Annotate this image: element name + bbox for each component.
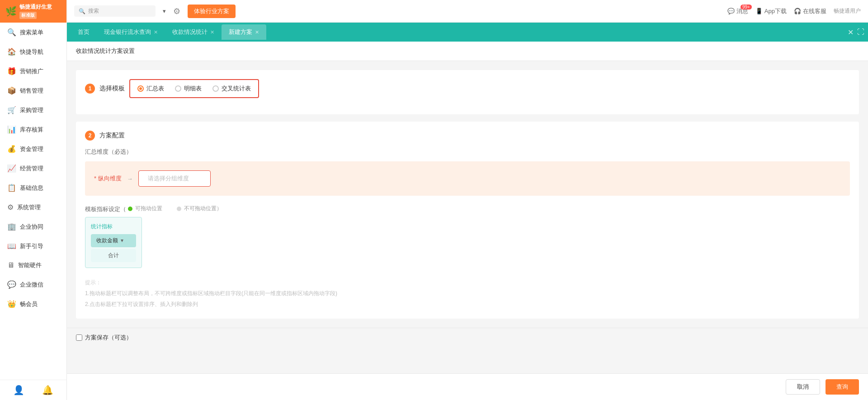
metrics-label-row: 模板指标设定（ 可拖动位置 不可拖动位置） bbox=[85, 205, 850, 213]
quick-nav-icon: 🏠 bbox=[7, 47, 16, 56]
dimension-placeholder[interactable]: 请选择分组维度 bbox=[138, 170, 211, 187]
sidebar-item-sales[interactable]: 📦 销售管理 bbox=[0, 81, 66, 100]
tip-item-2: 2.点击标题栏下拉可设置排序、插入列和删除列 bbox=[85, 299, 850, 310]
template-summary-label: 汇总表 bbox=[146, 85, 164, 93]
sidebar-item-quick-nav[interactable]: 🏠 快捷导航 bbox=[0, 42, 66, 61]
tab-home[interactable]: 首页 bbox=[71, 24, 97, 40]
footer-actions: 取消 查询 bbox=[67, 373, 868, 400]
main-area: 🔍 搜索 ▾ ⚙ 体验行业方案 💬 消息 99+ 📱 App下载 🎧 在线客服 … bbox=[67, 0, 868, 400]
sidebar-item-search-menu[interactable]: 🔍 搜索菜单 bbox=[0, 23, 66, 42]
metrics-block: 模板指标设定（ 可拖动位置 不可拖动位置） 统计指标 bbox=[85, 205, 850, 268]
sidebar-label: 经营管理 bbox=[20, 165, 43, 173]
sidebar-bottom-icon-left[interactable]: 👤 bbox=[13, 385, 24, 395]
metric-item-collection[interactable]: 收款金额 ▾ bbox=[91, 234, 136, 247]
dimension-area: * 纵向维度 → 请选择分组维度 bbox=[85, 161, 850, 196]
support-label: 在线客服 bbox=[803, 7, 826, 15]
dimension-arrow: → bbox=[127, 175, 133, 182]
sidebar-item-purchase[interactable]: 🛒 采购管理 bbox=[0, 100, 66, 120]
template-cross[interactable]: 交叉统计表 bbox=[212, 85, 251, 93]
expand-icon[interactable]: ⛶ bbox=[857, 28, 864, 37]
tabbar: 首页 现金银行流水查询 ✕ 收款情况统计 ✕ 新建方案 ✕ ✕ ⛶ bbox=[67, 23, 868, 42]
wechat-icon: 💬 bbox=[7, 280, 16, 289]
metrics-section-label: 模板指标设定（ 可拖动位置 不可拖动位置） bbox=[85, 205, 222, 213]
radio-cross[interactable] bbox=[212, 85, 219, 92]
step2-header: 2 方案配置 bbox=[85, 131, 850, 141]
close-all-icon[interactable]: ✕ bbox=[848, 28, 854, 37]
tab-collection-stats[interactable]: 收款情况统计 ✕ bbox=[165, 24, 222, 40]
download-item[interactable]: 📱 App下载 bbox=[755, 7, 787, 15]
logo-text: 畅捷通好生意 bbox=[19, 4, 52, 11]
step1-number: 1 bbox=[85, 84, 95, 94]
query-button[interactable]: 查询 bbox=[826, 379, 859, 395]
search-placeholder: 搜索 bbox=[88, 7, 99, 15]
member-icon: 👑 bbox=[7, 300, 16, 308]
metrics-container: 统计指标 收款金额 ▾ 合计 bbox=[85, 217, 142, 268]
radio-summary[interactable] bbox=[137, 85, 144, 92]
version-badge: 标准版 bbox=[19, 12, 37, 19]
metric-label: 收款金额 bbox=[96, 237, 118, 245]
chevron-down-icon: ▾ bbox=[163, 8, 166, 14]
download-label: App下载 bbox=[764, 7, 787, 15]
tab-new-plan-close[interactable]: ✕ bbox=[255, 29, 259, 35]
template-detail-label: 明细表 bbox=[184, 85, 202, 93]
dropdown-arrow-icon[interactable]: ▾ bbox=[121, 237, 123, 244]
template-options: 汇总表 明细表 交叉统计表 bbox=[129, 79, 259, 98]
sidebar-label: 搜索菜单 bbox=[20, 28, 43, 37]
tabbar-actions: ✕ ⛶ bbox=[848, 28, 864, 37]
tab-collection-stats-close[interactable]: ✕ bbox=[210, 29, 214, 35]
tab-bank-flow-label: 现金银行流水查询 bbox=[104, 28, 151, 36]
basic-icon: 📋 bbox=[7, 184, 16, 192]
sidebar-label: 销售管理 bbox=[20, 87, 43, 95]
user-info: 畅捷通用户 bbox=[834, 7, 861, 15]
topbar-dropdown[interactable]: ▾ bbox=[163, 8, 166, 14]
sidebar-bottom-icon-right[interactable]: 🔔 bbox=[42, 385, 53, 395]
search-menu-icon: 🔍 bbox=[7, 28, 16, 37]
sidebar-label: 智能硬件 bbox=[18, 261, 42, 269]
sidebar-item-wechat[interactable]: 💬 企业微信 bbox=[0, 275, 66, 294]
sidebar-item-basic[interactable]: 📋 基础信息 bbox=[0, 178, 66, 198]
notification-item[interactable]: 💬 消息 99+ bbox=[727, 7, 748, 15]
page-header: 收款情况统计方案设置 bbox=[67, 42, 868, 61]
download-icon: 📱 bbox=[755, 8, 763, 14]
notification-icon: 💬 bbox=[727, 8, 735, 14]
sidebar-label: 畅会员 bbox=[20, 300, 38, 308]
template-detail[interactable]: 明细表 bbox=[175, 85, 202, 93]
fixed-label: 不可拖动位置） bbox=[184, 205, 222, 212]
save-checkbox[interactable] bbox=[76, 334, 82, 341]
tab-bank-flow-close[interactable]: ✕ bbox=[154, 29, 158, 35]
finance-icon: 💰 bbox=[7, 145, 16, 153]
sidebar-item-member[interactable]: 👑 畅会员 bbox=[0, 294, 66, 314]
template-cross-label: 交叉统计表 bbox=[222, 85, 251, 93]
tab-new-plan[interactable]: 新建方案 ✕ bbox=[222, 24, 266, 40]
radio-detail[interactable] bbox=[175, 85, 181, 92]
settings-icon[interactable]: ⚙ bbox=[173, 6, 180, 16]
save-option-label[interactable]: 方案保存（可选） bbox=[76, 334, 132, 342]
tab-new-plan-label: 新建方案 bbox=[229, 28, 252, 36]
sidebar-label: 系统管理 bbox=[17, 203, 41, 212]
sidebar-item-enterprise[interactable]: 🏢 企业协同 bbox=[0, 217, 66, 236]
industry-btn[interactable]: 体验行业方案 bbox=[188, 5, 236, 18]
sidebar-item-operations[interactable]: 📈 经营管理 bbox=[0, 159, 66, 178]
tips-title: 提示： bbox=[85, 279, 101, 286]
search-box[interactable]: 🔍 搜索 bbox=[74, 5, 156, 17]
sidebar-label: 新手引导 bbox=[20, 242, 43, 250]
sidebar-item-finance[interactable]: 💰 资金管理 bbox=[0, 139, 66, 159]
sidebar-item-system[interactable]: ⚙ 系统管理 bbox=[0, 198, 66, 217]
vertical-dimension-label: * 纵向维度 bbox=[94, 174, 122, 183]
cancel-button[interactable]: 取消 bbox=[786, 379, 820, 395]
marketing-icon: 🎁 bbox=[7, 67, 16, 75]
sidebar-item-marketing[interactable]: 🎁 营销推广 bbox=[0, 61, 66, 81]
inventory-icon: 📊 bbox=[7, 125, 16, 134]
dimension-section-label: 汇总维度（必选） bbox=[85, 148, 850, 156]
sidebar-item-hardware[interactable]: 🖥 智能硬件 bbox=[0, 256, 66, 275]
template-summary[interactable]: 汇总表 bbox=[137, 85, 164, 93]
support-item[interactable]: 🎧 在线客服 bbox=[794, 7, 826, 15]
sidebar-item-guide[interactable]: 📖 新手引导 bbox=[0, 236, 66, 256]
step2-section: 2 方案配置 汇总维度（必选） * 纵向维度 → 请选择分组维度 bbox=[76, 122, 859, 319]
sidebar-label: 采购管理 bbox=[20, 106, 43, 114]
tab-home-label: 首页 bbox=[78, 28, 90, 36]
step1-header: 1 选择模板 汇总表 明细表 交叉统计表 bbox=[85, 79, 850, 98]
tab-bank-flow[interactable]: 现金银行流水查询 ✕ bbox=[97, 24, 165, 40]
sidebar-item-inventory[interactable]: 📊 库存核算 bbox=[0, 120, 66, 139]
topbar-right: 💬 消息 99+ 📱 App下载 🎧 在线客服 畅捷通用户 bbox=[727, 7, 861, 15]
